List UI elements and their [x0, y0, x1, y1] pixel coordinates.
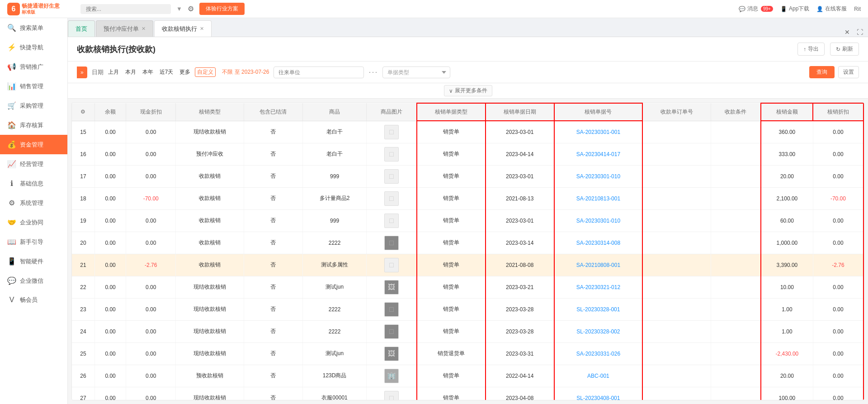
online-service-btn[interactable]: 👤 在线客服 — [816, 5, 847, 13]
expand-more-btn[interactable]: ∨ 展开更多条件 — [444, 85, 492, 96]
message-btn[interactable]: 💬 消息 99+ — [739, 5, 773, 13]
filter-toggle-btn[interactable]: » — [77, 67, 87, 78]
th-bill-type: 核销单据类型 — [417, 103, 486, 121]
gear-icon[interactable]: ⚙ — [188, 5, 194, 13]
th-bill-date: 核销单据日期 — [486, 103, 554, 121]
last-month-link[interactable]: 上月 — [106, 67, 121, 77]
export-icon: ↑ — [803, 46, 806, 52]
sidebar-item-hardware[interactable]: 📱 智能硬件 — [0, 252, 67, 271]
industry-btn[interactable]: 体验行业方案 — [199, 3, 245, 15]
sidebar-item-inventory[interactable]: 🏠 库存核算 — [0, 115, 67, 135]
bill-no-link[interactable]: SL-20230408-001 — [576, 395, 620, 401]
td-writeoff-discount: 0.00 — [813, 276, 863, 298]
td-type: 现结收款核销 — [176, 342, 244, 365]
app-icon: 📱 — [780, 6, 787, 12]
td-order-no — [642, 365, 711, 387]
td-bill-date: 2023-03-31 — [486, 342, 554, 365]
table-row: 27 0.00 0.00 现结收款核销 否 衣服00001 □ 销货单 2023… — [72, 387, 863, 400]
td-settled: 否 — [244, 121, 302, 143]
tab-prepayment-close[interactable]: ✕ — [142, 26, 146, 32]
sidebar-item-member[interactable]: V 畅会员 — [0, 290, 67, 309]
sidebar-item-finance[interactable]: 💰 资金管理 — [0, 135, 67, 154]
td-cash-discount: 0.00 — [126, 121, 176, 143]
custom-link[interactable]: 自定义 — [195, 67, 216, 77]
bill-no-link[interactable]: SA-20230321-012 — [576, 284, 620, 290]
filter-dots: ··· — [368, 67, 378, 77]
td-order-no — [642, 187, 711, 209]
sidebar-item-collab[interactable]: 🤝 企业协同 — [0, 213, 67, 232]
td-bill-date: 2023-04-14 — [486, 143, 554, 165]
this-month-link[interactable]: 本月 — [123, 67, 138, 77]
bill-no-link[interactable]: ABC-001 — [587, 373, 609, 379]
table-row: 20 0.00 0.00 收款核销 否 2222 □ 销货单 2023-03-1… — [72, 232, 863, 254]
sidebar-label-search: 搜索菜单 — [20, 24, 43, 32]
dropdown-icon[interactable]: ▼ — [176, 5, 182, 12]
more-link[interactable]: 更多 — [178, 67, 192, 77]
tab-writeoff-close[interactable]: ✕ — [200, 26, 204, 32]
app-download-btn[interactable]: 📱 App下载 — [780, 5, 809, 13]
tab-home[interactable]: 首页 — [68, 20, 95, 37]
bill-no-link[interactable]: SA-20230414-017 — [576, 151, 620, 157]
sidebar-label-sales: 销售管理 — [20, 82, 43, 90]
bill-no-link[interactable]: SA-20230301-001 — [576, 129, 620, 135]
td-amount: 1.00 — [761, 298, 813, 320]
td-goods-img: □ — [367, 121, 417, 143]
td-amount: 2,100.00 — [761, 187, 813, 209]
goods-img: □ — [384, 169, 399, 184]
th-settings[interactable]: ⚙ — [72, 103, 94, 121]
bill-no-link[interactable]: SL-20230328-002 — [576, 328, 620, 335]
sidebar-item-basicinfo[interactable]: ℹ 基础信息 — [0, 174, 67, 193]
td-goods: 999 — [302, 165, 366, 187]
this-year-link[interactable]: 本年 — [141, 67, 155, 77]
sidebar-item-search[interactable]: 🔍 搜索菜单 — [0, 18, 67, 38]
sidebar-item-management[interactable]: 📈 经营管理 — [0, 154, 67, 174]
sidebar-item-quicknav[interactable]: ⚡ 快捷导航 — [0, 38, 67, 57]
td-goods-img: □ — [367, 232, 417, 254]
bill-no-link[interactable]: SA-20230301-010 — [576, 173, 620, 180]
sidebar-item-wechat[interactable]: 💬 企业微信 — [0, 271, 67, 290]
bill-no-link[interactable]: SL-20230328-001 — [576, 306, 620, 313]
sidebar-label-management: 经营管理 — [20, 160, 43, 168]
export-btn[interactable]: ↑ 导出 — [797, 43, 825, 56]
bill-no-link[interactable]: SA-20230301-010 — [576, 218, 620, 224]
goods-img: □ — [384, 214, 399, 228]
tab-expand-btn[interactable]: ⛶ — [855, 28, 864, 37]
search-input[interactable] — [80, 4, 171, 14]
bill-no-link[interactable]: SA-20210808-001 — [576, 262, 620, 268]
td-goods: 测试jun — [302, 276, 366, 298]
single-type-select[interactable]: 单据类型 — [382, 67, 450, 78]
inventory-icon: 🏠 — [7, 121, 16, 129]
query-btn[interactable]: 查询 — [809, 66, 835, 78]
td-balance: 0.00 — [94, 232, 126, 254]
td-type: 收款核销 — [176, 187, 244, 209]
sidebar-item-guide[interactable]: 📖 新手引导 — [0, 232, 67, 252]
partner-input[interactable] — [274, 67, 364, 78]
tab-prepayment[interactable]: 预付冲应付单 ✕ — [96, 20, 153, 37]
bill-no-link[interactable]: SA-20210813-001 — [576, 195, 620, 202]
sidebar-item-marketing[interactable]: 📢 营销推广 — [0, 57, 67, 76]
tab-writeoff[interactable]: 收款核销执行 ✕ — [154, 20, 212, 37]
tab-close-btn[interactable]: ✕ — [843, 28, 852, 37]
td-bill-date: 2021-08-13 — [486, 187, 554, 209]
td-id: 18 — [72, 187, 94, 209]
bill-no-link[interactable]: SA-20230331-026 — [576, 351, 620, 357]
table-container: ⚙ 余额 现金折扣 核销类型 包含已结清 商品 商品图片 核销单据类型 核销单据… — [71, 102, 864, 400]
td-order-no — [642, 320, 711, 342]
td-bill-no: SA-20230301-001 — [554, 121, 642, 143]
td-bill-no: SA-20210808-001 — [554, 254, 642, 276]
user-name[interactable]: Rit — [854, 6, 861, 12]
td-cash-discount: 0.00 — [126, 209, 176, 232]
sidebar-item-sales[interactable]: 📊 销售管理 — [0, 76, 67, 96]
td-bill-type: 销货单 — [417, 320, 486, 342]
message-badge: 99+ — [761, 6, 773, 12]
bill-no-link[interactable]: SA-20230314-008 — [576, 240, 620, 246]
td-type: 收款核销 — [176, 209, 244, 232]
sidebar-item-system[interactable]: ⚙ 系统管理 — [0, 193, 67, 213]
refresh-btn[interactable]: ↻ 刷新 — [830, 43, 859, 56]
td-bill-no: SA-20230321-012 — [554, 276, 642, 298]
last-7-days-link[interactable]: 近7天 — [158, 67, 175, 77]
settings-filter-btn[interactable]: 设置 — [838, 66, 859, 78]
td-type: 现结收款核销 — [176, 276, 244, 298]
td-balance: 0.00 — [94, 342, 126, 365]
sidebar-item-purchase[interactable]: 🛒 采购管理 — [0, 96, 67, 115]
